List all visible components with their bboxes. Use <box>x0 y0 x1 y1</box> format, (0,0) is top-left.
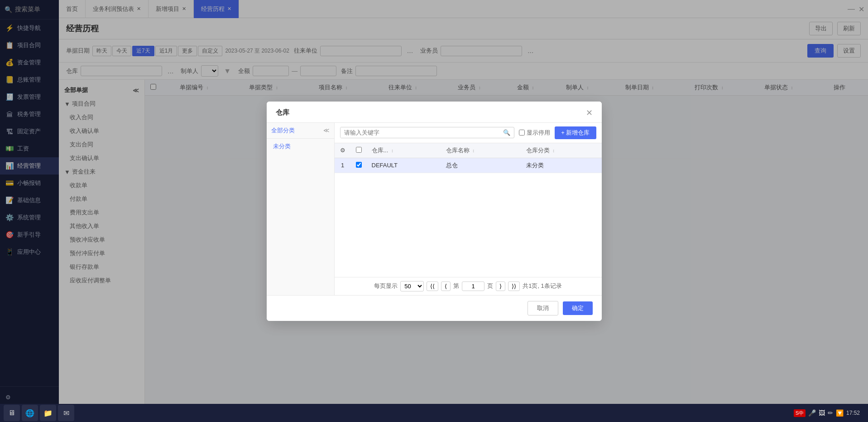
taskbar-app-4[interactable]: ✉ <box>58 405 74 421</box>
modal-toolbar: 🔍 显示停用 + 新增仓库 <box>335 123 602 143</box>
tray-icon-arrow[interactable]: 🔽 <box>836 409 844 417</box>
modal-prev-page-btn[interactable]: ⟨ <box>441 281 451 291</box>
modal-close-icon[interactable]: ✕ <box>586 108 593 118</box>
modal-cancel-button[interactable]: 取消 <box>528 301 558 315</box>
modal-table-row[interactable]: 1 DEFAULT 总仓 未分类 <box>335 158 602 173</box>
modal-title: 仓库 <box>276 108 289 117</box>
modal-table: ⚙ 仓库... ↕ 仓库名称 ↕ 仓库分类 ↕ 1 DEFA <box>335 143 602 173</box>
modal-search-input[interactable] <box>340 127 500 138</box>
left-panel-collapse-icon[interactable]: ≪ <box>323 127 330 134</box>
modal-left-header: 全部分类 ≪ <box>267 123 334 139</box>
tray-icon-img[interactable]: 🖼 <box>819 409 825 417</box>
modal-table-header: ⚙ 仓库... ↕ 仓库名称 ↕ 仓库分类 ↕ <box>335 143 602 158</box>
modal-pagination: 每页显示 50 100 ⟨⟨ ⟨ 第 页 ⟩ ⟩⟩ 共1页, 1条记录 <box>335 277 602 295</box>
modal-search-box: 🔍 <box>340 127 515 138</box>
modal-row-checkbox-cell <box>351 158 367 173</box>
modal-body: 全部分类 ≪ 未分类 🔍 显示停用 + 新增仓库 <box>267 123 602 295</box>
all-category-label[interactable]: 全部分类 <box>271 126 295 135</box>
modal-per-page-select[interactable]: 50 100 <box>400 281 424 291</box>
modal-col-checkbox <box>351 143 367 158</box>
taskbar-app-1[interactable]: 🖥 <box>4 405 20 421</box>
taskbar-app-2[interactable]: 🌐 <box>22 405 38 421</box>
tray-icon-edit[interactable]: ✏ <box>828 409 833 417</box>
modal-actions: 取消 确定 <box>267 295 602 321</box>
modal-total-label: 共1页, 1条记录 <box>523 282 562 290</box>
modal-right-panel: 🔍 显示停用 + 新增仓库 ⚙ <box>335 123 602 295</box>
modal-goto-label: 第 <box>453 282 459 290</box>
modal-first-page-btn[interactable]: ⟨⟨ <box>427 281 438 291</box>
warehouse-modal: 仓库 ✕ 全部分类 ≪ 未分类 🔍 <box>267 102 602 321</box>
modal-table-container: ⚙ 仓库... ↕ 仓库名称 ↕ 仓库分类 ↕ 1 DEFA <box>335 143 602 277</box>
modal-col-settings[interactable]: ⚙ <box>335 143 351 158</box>
modal-last-page-btn[interactable]: ⟩⟩ <box>508 281 520 291</box>
modal-row-name: 总仓 <box>441 158 522 173</box>
modal-per-page-label: 每页显示 <box>374 282 398 290</box>
left-panel-item-uncategorized[interactable]: 未分类 <box>267 139 334 154</box>
modal-search-icon[interactable]: 🔍 <box>499 127 514 138</box>
show-disabled-checkbox-label[interactable]: 显示停用 <box>519 129 550 137</box>
tray-icon-s[interactable]: S中 <box>794 409 806 417</box>
taskbar-app-3[interactable]: 📁 <box>40 405 56 421</box>
modal-row-category: 未分类 <box>522 158 602 173</box>
modal-row-checkbox[interactable] <box>356 162 362 168</box>
modal-select-all[interactable] <box>356 147 362 153</box>
tray-icon-mic[interactable]: 🎤 <box>808 409 816 417</box>
modal-left-panel: 全部分类 ≪ 未分类 <box>267 123 335 295</box>
modal-row-num: 1 <box>335 158 351 173</box>
modal-header: 仓库 ✕ <box>267 102 602 123</box>
modal-next-page-btn[interactable]: ⟩ <box>496 281 505 291</box>
modal-overlay[interactable]: 仓库 ✕ 全部分类 ≪ 未分类 🔍 <box>0 0 868 422</box>
modal-col-name: 仓库名称 ↕ <box>441 143 522 158</box>
modal-col-category: 仓库分类 ↕ <box>522 143 602 158</box>
sys-tray: S中 🎤 🖼 ✏ 🔽 17:52 <box>789 404 868 422</box>
show-disabled-checkbox[interactable] <box>519 130 525 136</box>
modal-page-label: 页 <box>487 282 493 290</box>
taskbar: 🖥 🌐 📁 ✉ S中 🎤 🖼 ✏ 🔽 17:52 <box>0 404 868 422</box>
taskbar-time: 17:52 <box>846 410 863 416</box>
show-disabled-label: 显示停用 <box>527 129 550 137</box>
modal-confirm-button[interactable]: 确定 <box>563 301 593 315</box>
modal-row-code: DEFAULT <box>367 158 441 173</box>
modal-col-code: 仓库... ↕ <box>367 143 441 158</box>
modal-page-input[interactable] <box>462 281 484 291</box>
add-warehouse-button[interactable]: + 新增仓库 <box>555 126 596 139</box>
